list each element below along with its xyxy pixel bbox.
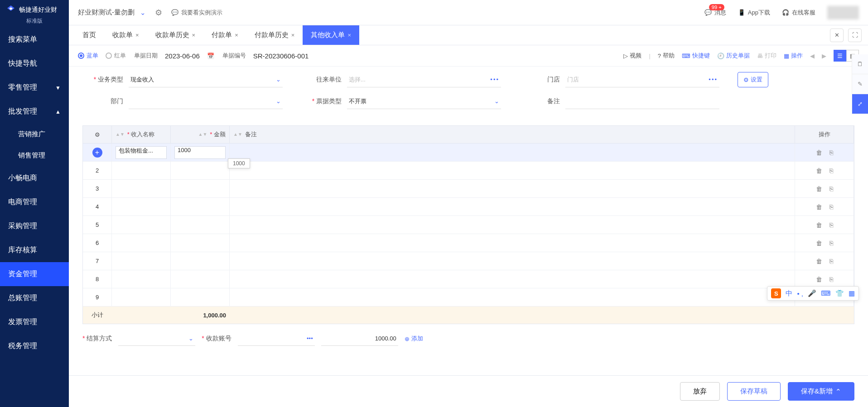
income-name-cell[interactable] <box>112 234 171 252</box>
abandon-button[interactable]: 放弃 <box>680 382 720 401</box>
print-link[interactable]: 🖶打印 <box>757 52 776 60</box>
tab[interactable]: 付款单历史× <box>246 25 303 45</box>
delete-row-icon[interactable]: 🗑 <box>816 149 822 156</box>
income-name-cell[interactable] <box>112 270 171 288</box>
settle-acct-select[interactable]: ••• <box>238 331 315 346</box>
remark-input[interactable] <box>565 94 719 109</box>
add-settlement-button[interactable]: ⊕ 添加 <box>405 335 423 343</box>
biz-type-select[interactable]: 现金收入 ⌄ <box>129 72 283 87</box>
income-name-cell[interactable] <box>112 180 171 197</box>
sidebar-item[interactable]: 发票管理 <box>0 310 69 334</box>
income-name-cell[interactable] <box>112 198 171 215</box>
delete-row-icon[interactable]: 🗑 <box>816 167 822 174</box>
sidebar-item[interactable]: 库存核算 <box>0 238 69 262</box>
video-link[interactable]: ▷视频 <box>623 52 641 60</box>
fullscreen-icon[interactable]: ⛶ <box>848 29 862 42</box>
ime-keyboard-icon[interactable]: ⌨ <box>821 289 831 297</box>
delete-row-icon[interactable]: 🗑 <box>816 203 822 211</box>
amount-cell[interactable] <box>171 162 230 179</box>
close-icon[interactable]: × <box>347 32 351 38</box>
delete-row-icon[interactable]: 🗑 <box>816 239 822 247</box>
th-amount[interactable]: ▲▼金额 <box>171 126 230 143</box>
ime-mic-icon[interactable]: 🎤 <box>808 289 816 297</box>
sidebar-item[interactable]: 税务管理 <box>0 334 69 358</box>
sidebar-item[interactable]: 资金管理 <box>0 262 69 286</box>
close-icon[interactable]: × <box>235 32 238 38</box>
history-link[interactable]: 🕘历史单据 <box>717 52 750 60</box>
party-select[interactable]: 选择... ••• <box>347 72 501 87</box>
copy-row-icon[interactable]: ⎘ <box>829 221 833 229</box>
th-remark[interactable]: ▲▼备注 <box>230 126 795 143</box>
close-icon[interactable]: × <box>135 32 139 38</box>
remark-cell[interactable] <box>230 288 795 306</box>
income-name-cell[interactable] <box>112 288 171 306</box>
remark-cell[interactable] <box>230 270 795 288</box>
help-link[interactable]: ?帮助 <box>658 52 675 60</box>
sidebar-item[interactable]: 总账管理 <box>0 286 69 310</box>
close-icon[interactable]: ✕ <box>830 29 844 42</box>
settings-button[interactable]: ⚙ 设置 <box>738 72 768 87</box>
ime-menu-icon[interactable]: ▦ <box>849 289 855 297</box>
add-row-button[interactable]: + <box>92 148 102 158</box>
amount-cell[interactable] <box>171 234 230 252</box>
action-dropdown[interactable]: ▦操作 <box>784 52 803 60</box>
date-input[interactable]: 2023-06-06 <box>161 50 203 62</box>
sidebar-item[interactable]: 销售管理 <box>0 145 69 166</box>
save-draft-button[interactable]: 保存草稿 <box>727 382 781 401</box>
sidebar-item[interactable]: 采购管理 <box>0 214 69 238</box>
copy-row-icon[interactable]: ⎘ <box>829 149 833 156</box>
sidebar-item[interactable]: 搜索菜单 <box>0 28 69 52</box>
gutter-note-icon[interactable]: 🗒 <box>852 54 868 74</box>
demo-link[interactable]: 💬 我要看实例演示 <box>171 9 222 17</box>
gutter-pen-icon[interactable]: ✎ <box>852 74 868 94</box>
copy-row-icon[interactable]: ⎘ <box>829 258 833 265</box>
messages-button[interactable]: 💬 消息 99 + <box>704 9 726 17</box>
copy-row-icon[interactable]: ⎘ <box>829 203 833 211</box>
env-selector[interactable]: 好业财测试-量勿删 ⌄ <box>78 8 146 17</box>
gutter-expand-icon[interactable]: ⤢ <box>852 94 868 114</box>
sidebar-item[interactable]: 批发管理▲ <box>0 100 69 124</box>
invoice-select[interactable]: 不开票 ⌄ <box>347 94 501 109</box>
income-name-cell[interactable] <box>112 252 171 270</box>
copy-row-icon[interactable]: ⎘ <box>829 167 833 174</box>
remark-cell[interactable] <box>230 162 795 179</box>
app-download-button[interactable]: 📱 App下载 <box>738 9 770 17</box>
delete-row-icon[interactable]: 🗑 <box>816 185 822 192</box>
copy-row-icon[interactable]: ⎘ <box>829 185 833 192</box>
delete-row-icon[interactable]: 🗑 <box>816 221 822 229</box>
ime-punct-icon[interactable]: • , <box>797 290 803 297</box>
ime-skin-icon[interactable]: 👕 <box>835 289 844 297</box>
ime-bar[interactable]: S 中 • , 🎤 ⌨ 👕 ▦ <box>767 286 859 301</box>
tab[interactable]: 付款单× <box>203 25 246 45</box>
radio-red[interactable]: 红单 <box>106 52 126 60</box>
amount-cell[interactable] <box>171 180 230 197</box>
amount-cell[interactable] <box>171 216 230 234</box>
customer-service-button[interactable]: 🎧 在线客服 <box>782 9 815 17</box>
tab[interactable]: 收款单× <box>104 25 147 45</box>
tab[interactable]: 收款单历史× <box>147 25 204 45</box>
list-view-icon[interactable]: ☰ <box>834 50 846 62</box>
amount-input[interactable]: 1000 <box>174 146 226 159</box>
income-name-input[interactable]: 包装物租金... <box>116 146 167 159</box>
th-income-name[interactable]: ▲▼收入名称 <box>112 126 171 143</box>
amount-cell[interactable] <box>171 270 230 288</box>
shortcut-link[interactable]: ⌨快捷键 <box>682 52 710 60</box>
sidebar-item[interactable]: 营销推广 <box>0 124 69 145</box>
delete-row-icon[interactable]: 🗑 <box>816 276 822 283</box>
ime-lang[interactable]: 中 <box>786 289 792 298</box>
next-arrow-icon[interactable]: ▶ <box>822 53 826 59</box>
copy-row-icon[interactable]: ⎘ <box>829 276 833 283</box>
settle-amount-input[interactable]: 1000.00 <box>321 331 398 346</box>
prev-arrow-icon[interactable]: ◀ <box>810 53 815 59</box>
settle-method-select[interactable]: ⌄ <box>118 331 195 346</box>
remark-cell[interactable] <box>230 144 795 161</box>
close-icon[interactable]: × <box>192 32 196 38</box>
tab[interactable]: 首页 <box>74 25 104 45</box>
tab[interactable]: 其他收入单× <box>303 25 359 45</box>
remark-cell[interactable] <box>230 234 795 252</box>
remark-cell[interactable] <box>230 198 795 215</box>
remark-cell[interactable] <box>230 252 795 270</box>
income-name-cell[interactable] <box>112 216 171 234</box>
sidebar-item[interactable]: 小畅电商 <box>0 166 69 190</box>
copy-row-icon[interactable]: ⎘ <box>829 239 833 247</box>
